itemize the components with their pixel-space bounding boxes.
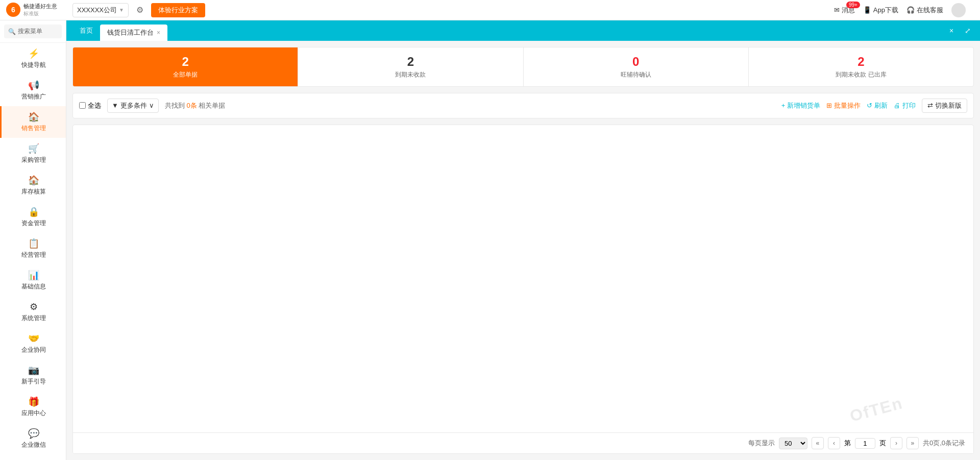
- sidebar-item-inventory[interactable]: 🏠 库存核算: [0, 170, 66, 201]
- switch-version-button[interactable]: ⇄ 切换新版: [922, 99, 967, 113]
- operation-icon: 📋: [28, 238, 39, 249]
- sidebar-item-basic-info[interactable]: 📊 基础信息: [0, 264, 66, 296]
- search-menu-button[interactable]: 🔍 搜索菜单: [4, 25, 62, 38]
- trial-button[interactable]: 体验行业方案: [151, 3, 205, 17]
- switch-icon: ⇄: [927, 102, 933, 109]
- switch-label: 切换新版: [935, 101, 962, 110]
- main-layout: 🔍 搜索菜单 ⚡ 快捷导航 📢 营销推广 🏠 销售管理 🛒 采购管理 🏠 库存核…: [0, 20, 980, 460]
- sidebar-item-corp-coop[interactable]: 🤝 企业协同: [0, 328, 66, 359]
- sidebar-label-system: 系统管理: [21, 314, 46, 323]
- sidebar-item-system[interactable]: ⚙ 系统管理: [0, 296, 66, 328]
- per-page-label: 每页显示: [748, 439, 775, 448]
- print-button[interactable]: 🖨 打印: [894, 101, 916, 110]
- message-badge: 99+: [846, 2, 860, 8]
- message-icon: ✉: [834, 6, 840, 14]
- last-page-button[interactable]: »: [906, 437, 919, 449]
- sidebar-item-operation[interactable]: 📋 经营管理: [0, 233, 66, 264]
- batch-icon: ⊞: [826, 102, 832, 109]
- system-icon: ⚙: [30, 301, 38, 312]
- tab-active-label: 钱货日清工作台: [107, 28, 154, 37]
- avatar[interactable]: [951, 3, 966, 17]
- toolbar-right: + 新增销货单 ⊞ 批量操作 ↺ 刷新 🖨 打印 ⇄: [781, 99, 967, 113]
- sidebar-item-sales[interactable]: 🏠 销售管理: [0, 106, 66, 138]
- select-all-input[interactable]: [79, 102, 86, 109]
- online-service-label: 在线客服: [917, 6, 943, 15]
- stat-label-overdue-unpaid: 到期未收款: [307, 70, 513, 79]
- stat-card-overdue-unpaid[interactable]: 2 到期未收款: [298, 47, 523, 86]
- sidebar-item-member[interactable]: ▽ 畅会员: [0, 454, 66, 460]
- print-label: 打印: [902, 101, 916, 110]
- marketing-icon: 📢: [28, 80, 39, 91]
- table-area: 每页显示 50 100 200 « ‹ 第 页 › » 共0页,0条记录: [72, 125, 974, 454]
- search-icon: 🔍: [8, 28, 16, 35]
- company-dropdown-arrow: ▼: [119, 7, 124, 13]
- sidebar-item-finance[interactable]: 🔒 资金管理: [0, 201, 66, 233]
- tab-active[interactable]: 钱货日清工作台 ×: [100, 25, 167, 41]
- corp-wechat-icon: 💬: [28, 428, 39, 439]
- app-badge: 标准版: [23, 10, 57, 17]
- pagination: 每页显示 50 100 200 « ‹ 第 页 › » 共0页,0条记录: [73, 432, 973, 453]
- refresh-label: 刷新: [874, 101, 888, 110]
- filter-button[interactable]: ▼ 更多条件 ∨: [107, 99, 159, 113]
- tab-close-button[interactable]: ×: [157, 29, 160, 36]
- guide-icon: 📷: [28, 365, 39, 376]
- filter-label: 更多条件: [120, 101, 147, 110]
- sidebar-item-marketing[interactable]: 📢 营销推广: [0, 75, 66, 106]
- sidebar-label-basic-info: 基础信息: [21, 282, 46, 291]
- content-area: 首页 钱货日清工作台 × × ⤢ 2 全部单据 2 到期未收款: [66, 20, 980, 460]
- sidebar-item-purchase[interactable]: 🛒 采购管理: [0, 138, 66, 170]
- stat-num-pending-confirm: 0: [533, 55, 739, 69]
- company-selector[interactable]: XXXXXX公司 ▼: [72, 3, 129, 17]
- refresh-icon: ↺: [867, 102, 872, 109]
- sidebar-label-purchase: 采购管理: [21, 156, 46, 164]
- online-service-icon: 🎧: [906, 6, 915, 14]
- sidebar-label-operation: 经营管理: [21, 251, 46, 259]
- batch-label: 批量操作: [834, 101, 861, 110]
- sidebar-item-corp-wechat[interactable]: 💬 企业微信: [0, 423, 66, 454]
- tab-home[interactable]: 首页: [72, 20, 100, 41]
- sidebar-label-marketing: 营销推广: [21, 92, 46, 101]
- stat-num-overdue-unpaid: 2: [307, 55, 513, 69]
- print-icon: 🖨: [894, 102, 900, 109]
- app-download-icon: 📱: [863, 6, 871, 14]
- sidebar-item-guide[interactable]: 📷 新手引导: [0, 359, 66, 391]
- batch-operation-button[interactable]: ⊞ 批量操作: [826, 101, 861, 110]
- per-page-select[interactable]: 50 100 200: [779, 438, 807, 449]
- stat-num-all: 2: [82, 55, 288, 69]
- sidebar-label-inventory: 库存核算: [21, 187, 46, 196]
- online-service-button[interactable]: 🎧 在线客服: [906, 6, 943, 15]
- stat-card-overdue-unshipped[interactable]: 2 到期未收款 已出库: [749, 47, 973, 86]
- tab-bar-actions: × ⤢: [945, 25, 974, 37]
- refresh-button[interactable]: ↺ 刷新: [867, 101, 888, 110]
- logo-area: 6 畅捷通好生意 标准版: [6, 3, 72, 17]
- sidebar-label-finance: 资金管理: [21, 219, 46, 228]
- header-right: ✉ 消息 99+ 📱 App下载 🎧 在线客服: [834, 3, 974, 17]
- page-label-suffix: 页: [879, 439, 886, 448]
- new-sales-order-button[interactable]: + 新增销货单: [781, 101, 820, 110]
- sidebar-label-corp-coop: 企业协同: [21, 346, 46, 354]
- select-all-checkbox[interactable]: 全选: [79, 101, 101, 110]
- finance-icon: 🔒: [28, 206, 39, 217]
- app-download-label: App下载: [873, 6, 898, 15]
- found-count: 0条: [187, 102, 197, 109]
- message-button[interactable]: ✉ 消息 99+: [834, 6, 855, 15]
- stat-label-pending-confirm: 旺辅待确认: [533, 70, 739, 79]
- page-number-input[interactable]: [855, 438, 875, 449]
- settings-button[interactable]: ⚙: [133, 3, 147, 17]
- stat-card-pending-confirm[interactable]: 0 旺辅待确认: [524, 47, 749, 86]
- purchase-icon: 🛒: [28, 143, 39, 154]
- prev-page-button[interactable]: ‹: [828, 437, 840, 449]
- first-page-button[interactable]: «: [812, 437, 824, 449]
- tab-maximize-button[interactable]: ⤢: [962, 25, 974, 37]
- next-page-button[interactable]: ›: [890, 437, 902, 449]
- found-text: 共找到 0条 相关单据: [165, 101, 225, 110]
- stat-card-all[interactable]: 2 全部单据: [73, 47, 298, 86]
- sidebar-item-quick-nav[interactable]: ⚡ 快捷导航: [0, 43, 66, 75]
- sales-icon: 🏠: [28, 111, 39, 123]
- sidebar: 🔍 搜索菜单 ⚡ 快捷导航 📢 营销推广 🏠 销售管理 🛒 采购管理 🏠 库存核…: [0, 20, 66, 460]
- sidebar-item-app-center[interactable]: 🎁 应用中心: [0, 391, 66, 423]
- tab-minimize-button[interactable]: ×: [945, 25, 958, 37]
- sidebar-search-area: 🔍 搜索菜单: [0, 20, 66, 43]
- sidebar-label-corp-wechat: 企业微信: [21, 441, 46, 449]
- app-download-button[interactable]: 📱 App下载: [863, 6, 898, 15]
